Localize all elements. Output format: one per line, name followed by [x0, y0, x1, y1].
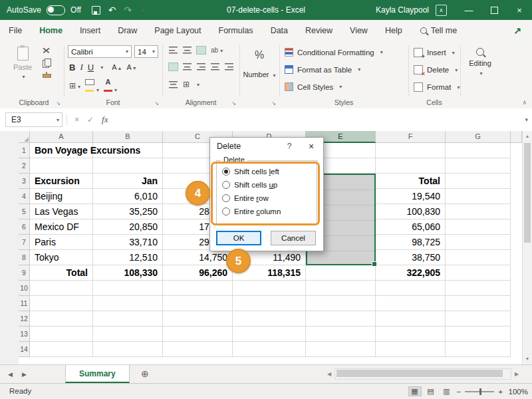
alignment-dialog-launcher-icon[interactable]: ↘ — [231, 100, 236, 106]
page-layout-view-icon[interactable]: ▤ — [425, 387, 437, 396]
horizontal-scrollbar-thumb[interactable] — [336, 370, 503, 377]
underline-button[interactable]: U — [88, 63, 94, 72]
italic-button[interactable]: I — [80, 62, 82, 72]
conditional-formatting-button[interactable]: Conditional Formatting ▾ — [285, 48, 383, 57]
cell-F3[interactable]: Total — [376, 174, 446, 189]
cell-F5[interactable]: 100,830 — [376, 204, 446, 219]
cell-G14[interactable] — [446, 342, 511, 357]
tell-me-button[interactable]: Tell me — [420, 26, 458, 35]
align-top-icon[interactable] — [169, 47, 178, 54]
row-header-6[interactable]: 6 — [19, 219, 30, 235]
tab-help[interactable]: Help — [376, 20, 411, 41]
cell-C9[interactable]: 96,260 — [163, 265, 233, 281]
tab-insert[interactable]: Insert — [71, 20, 109, 41]
formula-input[interactable] — [112, 108, 519, 131]
tab-page-layout[interactable]: Page Layout — [146, 20, 209, 41]
cell-A11[interactable] — [30, 296, 93, 311]
tab-draw[interactable]: Draw — [109, 20, 146, 41]
cell-A1[interactable]: Bon Voyage Excursions — [30, 143, 93, 158]
cancel-button[interactable]: Cancel — [271, 231, 316, 245]
cell-F7[interactable]: 98,725 — [376, 235, 446, 250]
new-sheet-icon[interactable]: ⊕ — [141, 368, 149, 379]
prev-sheet-icon[interactable]: ◀ — [8, 371, 13, 378]
ribbon-display-options-icon[interactable]: ∧ — [436, 5, 447, 16]
undo-icon[interactable]: ↶ — [108, 5, 116, 15]
name-box[interactable]: E3 ▾ — [5, 112, 63, 127]
tab-review[interactable]: Review — [297, 20, 341, 41]
scroll-down-icon[interactable]: ▼ — [523, 354, 532, 364]
cell-B7[interactable]: 33,710 — [93, 235, 163, 250]
cell-F8[interactable]: 38,750 — [376, 250, 446, 265]
cell-A4[interactable]: Beijing — [30, 189, 93, 204]
bold-button[interactable]: B — [69, 63, 75, 72]
font-color-button[interactable]: A▾ — [104, 78, 117, 93]
format-painter-icon[interactable] — [43, 74, 51, 78]
row-header-11[interactable]: 11 — [19, 296, 30, 311]
cell-G1[interactable] — [446, 143, 511, 158]
autosave-toggle[interactable]: AutoSave Off — [7, 5, 81, 15]
row-header-5[interactable]: 5 — [19, 204, 30, 219]
align-right-icon[interactable] — [197, 63, 205, 70]
editing-button[interactable]: Editing ▾ — [462, 48, 499, 76]
row-header-4[interactable]: 4 — [19, 189, 30, 204]
collapse-ribbon-icon[interactable]: ∧ — [522, 99, 527, 106]
copy-icon[interactable] — [43, 60, 49, 68]
underline-chevron-down-icon[interactable]: ▾ — [100, 65, 103, 70]
row-header-9[interactable]: 9 — [19, 265, 30, 281]
select-all-corner[interactable] — [19, 131, 30, 143]
horizontal-scrollbar-track[interactable] — [334, 368, 511, 380]
cell-A5[interactable]: Las Vegas — [30, 204, 93, 219]
delete-cells-button[interactable]: Delete ▾ — [414, 65, 458, 74]
cell-F2[interactable] — [376, 158, 446, 174]
cell-G10[interactable] — [446, 281, 511, 296]
column-header-B[interactable]: B — [93, 131, 163, 143]
column-header-F[interactable]: F — [376, 131, 446, 143]
insert-function-icon[interactable]: fx — [102, 114, 108, 125]
tab-view[interactable]: View — [341, 20, 376, 41]
cell-B10[interactable] — [93, 281, 163, 296]
cell-G3[interactable] — [446, 174, 511, 189]
cell-G7[interactable] — [446, 235, 511, 250]
row-header-7[interactable]: 7 — [19, 235, 30, 250]
row-header-12[interactable]: 12 — [19, 311, 30, 327]
cell-B3[interactable]: Jan — [93, 174, 163, 189]
borders-button[interactable]: ⊞▾ — [69, 81, 80, 90]
cell-E9[interactable] — [306, 265, 376, 281]
decrease-indent-icon[interactable] — [211, 63, 219, 70]
enter-entry-icon[interactable]: ✓ — [87, 115, 94, 124]
cell-B4[interactable]: 6,010 — [93, 189, 163, 204]
merge-center-icon[interactable]: ⊞ — [183, 80, 190, 89]
number-dialog-launcher-icon[interactable]: ↘ — [271, 100, 276, 106]
align-bottom-icon[interactable] — [197, 47, 205, 54]
font-dialog-launcher-icon[interactable]: ↘ — [154, 100, 159, 106]
next-sheet-icon[interactable]: ▶ — [22, 371, 27, 378]
cell-B12[interactable] — [93, 311, 163, 327]
format-as-table-button[interactable]: Format as Table ▾ — [285, 65, 360, 74]
cell-B6[interactable]: 20,850 — [93, 219, 163, 235]
row-header-2[interactable]: 2 — [19, 158, 30, 174]
cell-A7[interactable]: Paris — [30, 235, 93, 250]
cell-E13[interactable] — [306, 327, 376, 342]
cell-E12[interactable] — [306, 311, 376, 327]
cell-G5[interactable] — [446, 204, 511, 219]
cell-F6[interactable]: 65,060 — [376, 219, 446, 235]
tab-file[interactable]: File — [0, 20, 31, 41]
cell-F14[interactable] — [376, 342, 446, 357]
close-button[interactable]: × — [507, 0, 532, 20]
cancel-entry-icon[interactable]: × — [74, 115, 79, 124]
insert-cells-button[interactable]: Insert ▾ — [414, 48, 455, 57]
minimize-button[interactable]: — — [456, 0, 481, 20]
cell-B5[interactable]: 35,250 — [93, 204, 163, 219]
format-cells-button[interactable]: Format ▾ — [414, 82, 460, 92]
cell-B9[interactable]: 108,330 — [93, 265, 163, 281]
increase-indent-icon[interactable] — [225, 63, 233, 70]
cell-G6[interactable] — [446, 219, 511, 235]
cell-A9[interactable]: Total — [30, 265, 93, 281]
vertical-scrollbar[interactable]: ▲ ▼ — [522, 131, 532, 364]
cell-D11[interactable] — [233, 296, 306, 311]
sheet-tab-summary[interactable]: Summary — [65, 365, 130, 383]
cut-icon[interactable] — [43, 47, 51, 54]
cell-A6[interactable]: Mexico DF — [30, 219, 93, 235]
fill-color-button[interactable]: ▾ — [85, 79, 99, 93]
column-header-G[interactable]: G — [446, 131, 511, 143]
